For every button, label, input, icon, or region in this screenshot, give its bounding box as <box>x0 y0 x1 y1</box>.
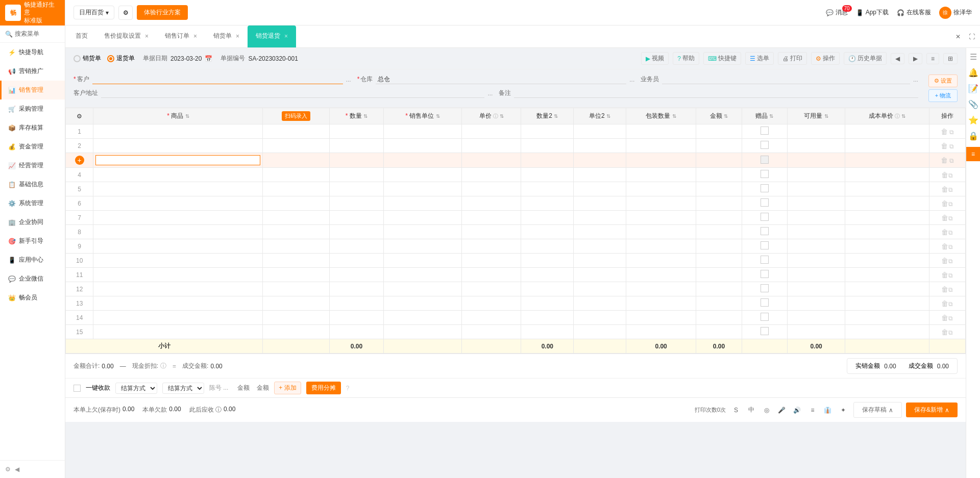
sort-pack-icon[interactable]: ⇅ <box>672 113 676 119</box>
unit-price-cell[interactable] <box>462 153 521 168</box>
cost-price-cell[interactable] <box>845 139 929 153</box>
account-picker-button[interactable]: 陈号 ... <box>209 384 228 392</box>
tab-close-sales-order[interactable]: × <box>193 33 197 40</box>
footer-icon-7[interactable]: 👔 <box>822 404 834 416</box>
sales-unit-cell[interactable] <box>383 139 462 153</box>
sort-product-icon[interactable]: ⇅ <box>185 113 189 119</box>
quantity-cell[interactable] <box>330 153 383 168</box>
add-row-button[interactable]: + <box>75 156 84 165</box>
unit-price-cell[interactable] <box>462 124 521 139</box>
amount-cell[interactable] <box>696 124 742 139</box>
logistics-button[interactable]: + 物流 <box>928 89 958 102</box>
list-view-button[interactable]: ≡ <box>926 53 939 64</box>
copy-row-button[interactable]: ⧉ <box>948 286 953 293</box>
available-cell[interactable] <box>787 139 845 153</box>
copy-row-button[interactable]: ⧉ <box>948 258 953 265</box>
available-cell[interactable] <box>787 153 845 168</box>
unit2-cell[interactable] <box>574 153 626 168</box>
delete-row-button[interactable]: 🗑 <box>941 328 948 336</box>
remark-input[interactable] <box>514 88 918 98</box>
delete-row-button[interactable]: 🗑 <box>941 142 948 150</box>
select-button[interactable]: ☰ 选单 <box>745 52 774 65</box>
sort-gift-icon[interactable]: ⇅ <box>769 113 773 119</box>
footer-icon-4[interactable]: 🎤 <box>776 404 788 416</box>
scan-input-button[interactable]: 扫码录入 <box>282 111 310 121</box>
staff-input[interactable] <box>662 74 910 84</box>
video-button[interactable]: ▶ 视频 <box>641 52 669 65</box>
tab-fullscreen-button[interactable]: ⛶ <box>966 31 978 42</box>
product-cell[interactable] <box>93 139 263 153</box>
save-new-button[interactable]: 保存&新增 ∧ <box>906 402 958 417</box>
add-payment-button[interactable]: + 添加 <box>274 382 301 394</box>
table-header-scan[interactable]: 扫码录入 <box>263 108 330 124</box>
gift-checkbox[interactable] <box>761 327 769 335</box>
sidebar-item-quick-nav[interactable]: ⚡ 快捷导航 <box>0 43 65 62</box>
gift-cell[interactable] <box>742 139 787 153</box>
message-button[interactable]: 💬 消息 70 <box>826 8 848 17</box>
tab-sales-order[interactable]: 销售订单 × <box>157 26 205 47</box>
copy-row-button[interactable]: ⧉ <box>948 315 953 322</box>
sidebar-item-operation[interactable]: 📈 经营管理 <box>0 156 65 175</box>
delete-row-button[interactable]: 🗑 <box>941 285 948 293</box>
pack-qty-cell[interactable] <box>626 124 696 139</box>
operate-button[interactable]: ⚙ 操作 <box>811 52 840 65</box>
right-panel-icon-1[interactable]: ☰ <box>970 52 977 62</box>
footer-icon-1[interactable]: S <box>730 404 742 416</box>
sort-unit-icon[interactable]: ⇅ <box>436 113 440 119</box>
copy-row-button[interactable]: ⧉ <box>948 300 953 308</box>
amount-cell[interactable] <box>696 153 742 168</box>
sales-unit-cell[interactable] <box>383 153 462 168</box>
warehouse-input[interactable] <box>376 74 626 84</box>
unit-price-cell[interactable] <box>462 139 521 153</box>
sidebar-item-marketing[interactable]: 📢 营销推广 <box>0 62 65 81</box>
shortcut-button[interactable]: ⌨ 快捷键 <box>703 52 741 65</box>
tab-close-sales-return[interactable]: × <box>284 33 288 40</box>
tab-price-setting[interactable]: 售价提取设置 × <box>96 26 157 47</box>
sidebar-item-guide[interactable]: 🎯 新手引导 <box>0 232 65 250</box>
tab-home[interactable]: 首页 <box>67 26 96 47</box>
pack-qty-cell[interactable] <box>626 139 696 153</box>
history-button[interactable]: 🕐 历史单据 <box>844 52 887 65</box>
quantity2-cell[interactable] <box>521 139 574 153</box>
delete-row-button[interactable]: 🗑 <box>941 199 948 208</box>
sidebar-settings-icon[interactable]: ⚙ <box>5 466 11 473</box>
delete-row-button[interactable]: 🗑 <box>941 214 948 222</box>
tab-sales-return[interactable]: 销货退货 × <box>248 26 296 47</box>
right-panel-active-button[interactable]: ≡ <box>966 147 981 161</box>
gift-checkbox[interactable] <box>761 198 769 207</box>
settings-config-button[interactable]: ⚙ 设置 <box>928 74 958 87</box>
gift-checkbox[interactable] <box>761 270 769 278</box>
sort-cost-icon[interactable]: ⇅ <box>901 113 905 119</box>
copy-row-button[interactable]: ⧉ <box>948 229 953 236</box>
footer-icon-8[interactable]: ✦ <box>837 404 849 416</box>
copy-row-button[interactable]: ⧉ <box>949 143 954 150</box>
calendar-icon[interactable]: 📅 <box>205 55 212 62</box>
one-key-payment-checkbox[interactable] <box>74 385 81 392</box>
footer-icon-6[interactable]: ≡ <box>806 404 819 416</box>
sort-qty-icon[interactable]: ⇅ <box>363 113 368 119</box>
gift-cell[interactable] <box>742 124 787 139</box>
delete-row-button[interactable]: 🗑 <box>941 185 948 193</box>
customer-input[interactable] <box>92 74 343 84</box>
delete-row-button[interactable]: 🗑 <box>941 299 948 308</box>
gift-checkbox[interactable] <box>761 241 769 249</box>
prev-record-button[interactable]: ◀ <box>891 53 904 64</box>
delete-row-button[interactable]: 🗑 <box>941 271 948 279</box>
unit2-cell[interactable] <box>574 124 626 139</box>
quantity-cell[interactable] <box>330 124 383 139</box>
save-draft-button[interactable]: 保存草稿 ∧ <box>853 402 902 418</box>
tab-sales-delivery[interactable]: 销货单 × <box>205 26 248 47</box>
gift-checkbox[interactable] <box>761 313 769 321</box>
copy-row-button[interactable]: ⧉ <box>948 329 953 336</box>
delete-row-button[interactable]: 🗑 <box>941 128 948 136</box>
delete-row-button[interactable]: 🗑 <box>941 156 948 164</box>
right-panel-icon-2[interactable]: 🔔 <box>968 68 978 78</box>
address-input[interactable] <box>101 88 484 98</box>
sidebar-item-purchase[interactable]: 🛒 采购管理 <box>0 99 65 118</box>
copy-row-button[interactable]: ⧉ <box>948 186 953 193</box>
tab-close-price-setting[interactable]: × <box>145 33 149 40</box>
delete-row-button[interactable]: 🗑 <box>941 171 948 179</box>
account-select[interactable]: 结算方式 <box>162 383 204 394</box>
right-panel-icon-3[interactable]: 📝 <box>968 84 978 93</box>
right-panel-icon-6[interactable]: 🔒 <box>968 131 978 141</box>
